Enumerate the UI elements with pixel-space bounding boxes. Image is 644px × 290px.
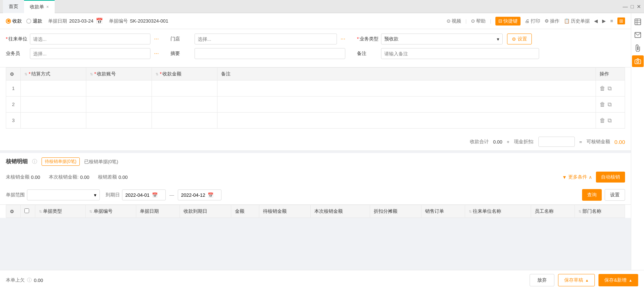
- help-btn[interactable]: ⊙ 帮助: [471, 18, 486, 24]
- th-gear[interactable]: ⚙: [6, 68, 21, 81]
- save-new-btn[interactable]: 保存&新增 ▲: [598, 274, 638, 286]
- discount-input[interactable]: [538, 137, 575, 147]
- settings-btn[interactable]: ⚙ 设置: [507, 34, 532, 44]
- date-from-value: 2022-04-01: [125, 192, 150, 198]
- sidebar-clip-btn[interactable]: [632, 42, 644, 54]
- history-btn[interactable]: 📋 历史单据: [564, 18, 590, 24]
- delete-row-2-btn[interactable]: 🗑: [600, 101, 605, 108]
- tab-home[interactable]: 首页: [3, 0, 24, 13]
- total-value: 0.00: [493, 139, 502, 145]
- bth-bill-no: ⇅ 单据编号: [86, 205, 136, 218]
- remark-cell-3[interactable]: [217, 113, 596, 129]
- operate-label: 操作: [550, 18, 559, 24]
- col-counterpart: 往来单位名称: [473, 208, 501, 214]
- tab-active[interactable]: 收款单 ×: [24, 0, 55, 13]
- amount-cell-3[interactable]: [152, 113, 217, 129]
- radio-receive[interactable]: 收款: [6, 18, 22, 24]
- shortcut-btn[interactable]: ⊟ 快捷键: [495, 17, 521, 26]
- col-dept: 部门名称: [582, 208, 601, 214]
- sidebar-camera-btn[interactable]: [632, 55, 644, 67]
- date-from-input[interactable]: 2022-04-01 📅: [122, 189, 166, 200]
- remark-cell-2[interactable]: [217, 97, 596, 113]
- account-cell-1[interactable]: [86, 81, 152, 97]
- bth-gear[interactable]: ⚙: [6, 205, 21, 218]
- remark-label: 备注: [221, 71, 231, 77]
- bill-range-select[interactable]: ▾: [27, 189, 100, 200]
- help-icon: ⊙: [471, 18, 475, 24]
- staff-label: 业务员: [6, 50, 28, 57]
- select-all-checkbox[interactable]: [24, 208, 29, 213]
- account-cell-2[interactable]: [86, 97, 152, 113]
- remark-cell-1[interactable]: [217, 81, 596, 97]
- window-max-btn[interactable]: □: [631, 4, 634, 9]
- radio-refund[interactable]: 退款: [26, 18, 42, 24]
- counterpart-input[interactable]: [30, 34, 150, 44]
- amount-cell-2[interactable]: [152, 97, 217, 113]
- abandon-btn[interactable]: 放弃: [530, 274, 554, 286]
- bth-amount: 金额: [231, 205, 259, 218]
- chevron-down-icon: ▾: [497, 36, 499, 42]
- amount-cell-1[interactable]: [152, 81, 217, 97]
- this-cancel-value: 0.00: [80, 175, 89, 180]
- nav-next-icon[interactable]: ▶: [602, 18, 606, 24]
- info-icon[interactable]: ⓘ: [32, 158, 37, 165]
- note-input[interactable]: [381, 48, 539, 59]
- bottom-gear-icon: ⚙: [10, 209, 14, 214]
- tab-close-btn[interactable]: ×: [46, 0, 49, 13]
- bth-check: [21, 205, 35, 218]
- copy-row-2-btn[interactable]: ⧉: [608, 101, 612, 108]
- shop-input[interactable]: [195, 34, 337, 44]
- settlement-cell-2[interactable]: [21, 97, 86, 113]
- receivable-label: 可核销金额: [586, 138, 610, 145]
- business-type-label: 业务类型: [357, 36, 379, 42]
- query-btn[interactable]: 查询: [582, 189, 602, 201]
- writeoff-settings-btn[interactable]: 设置: [605, 189, 625, 201]
- summary-field: 摘要: [170, 48, 345, 59]
- counterpart-more-icon[interactable]: ···: [154, 36, 159, 42]
- operate-btn[interactable]: ⚙ 操作: [545, 18, 559, 24]
- account-cell-3[interactable]: [86, 113, 152, 129]
- svg-rect-4: [635, 32, 641, 38]
- staff-input[interactable]: [30, 48, 150, 59]
- window-min-btn[interactable]: —: [623, 4, 628, 9]
- shortcut-label: 快捷键: [503, 18, 518, 24]
- print-btn[interactable]: 🖨 打印: [525, 18, 540, 24]
- nav-prev-icon[interactable]: ◀: [594, 18, 598, 24]
- sidebar-mail-btn[interactable]: [632, 29, 644, 41]
- shop-more-icon[interactable]: ···: [341, 36, 345, 42]
- summary-input[interactable]: [195, 48, 345, 59]
- delete-row-3-btn[interactable]: 🗑: [600, 117, 605, 124]
- calendar-icon[interactable]: 📅: [96, 17, 103, 24]
- auto-writeoff-btn[interactable]: 自动核销: [596, 172, 625, 183]
- footer-value: 0.00: [34, 278, 43, 283]
- bill-range-chevron: ▾: [94, 192, 97, 198]
- number-value: SK-20230324-001: [130, 18, 169, 24]
- account-label: 收款账号: [94, 71, 116, 77]
- video-label: 视频: [452, 18, 461, 24]
- staff-more-icon[interactable]: ···: [154, 50, 159, 57]
- date-to-input[interactable]: 2022-04-12 📅: [178, 189, 221, 200]
- staff-field: 业务员 ···: [6, 48, 159, 59]
- pending-tab[interactable]: 待核销单据(0笔): [42, 157, 80, 166]
- save-new-label: 保存&新增: [604, 277, 627, 283]
- receive-refund-radio: 收款 退款: [6, 18, 42, 24]
- this-cancel-stat: 本次核销金额: 0.00: [49, 174, 89, 180]
- stats-row: 未核销金额 0.00 本次核销金额: 0.00 核销差额 0.00 ▼ 更多条件…: [0, 169, 631, 185]
- window-close-btn[interactable]: ✕: [637, 4, 641, 9]
- settlement-cell-1[interactable]: [21, 81, 86, 97]
- settlement-cell-3[interactable]: [21, 113, 86, 129]
- history-label: 历史单据: [571, 18, 590, 24]
- copy-row-1-btn[interactable]: ⧉: [608, 85, 612, 92]
- shortcut-icon: ⊟: [498, 18, 502, 24]
- copy-row-3-btn[interactable]: ⧉: [608, 117, 612, 124]
- sidebar-table-btn[interactable]: [632, 16, 644, 28]
- grid-icon[interactable]: ⊞: [617, 17, 625, 24]
- delete-row-1-btn[interactable]: 🗑: [600, 85, 605, 92]
- save-draft-btn[interactable]: 保存草稿 ▲: [558, 274, 595, 286]
- table-body: 1 🗑 ⧉ 2: [6, 81, 625, 129]
- calendar-to-icon: 📅: [208, 192, 213, 198]
- video-btn[interactable]: ⊙ 视频: [447, 18, 461, 24]
- more-conditions-btn[interactable]: ▼ 更多条件 ∧: [562, 174, 592, 180]
- layout-icon[interactable]: ≡: [610, 18, 613, 24]
- business-type-select[interactable]: 预收款 ▾: [381, 34, 503, 44]
